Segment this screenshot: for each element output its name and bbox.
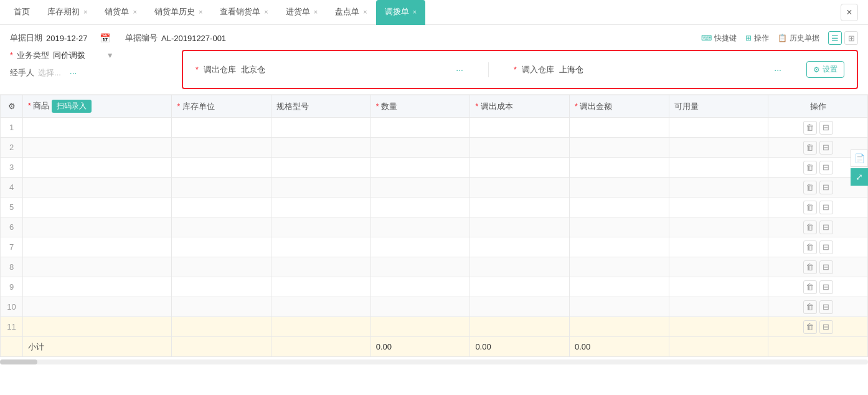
tab-close-sales-order[interactable]: ×	[133, 8, 136, 16]
row-product-3[interactable]	[23, 158, 172, 178]
tab-view-sales[interactable]: 查看销货单 ×	[211, 0, 276, 25]
side-expand-button[interactable]: ⤢	[851, 168, 868, 186]
row-amount-8[interactable]	[570, 257, 669, 277]
row-delete-btn-7[interactable]: 🗑	[803, 240, 817, 254]
row-cost-9[interactable]	[470, 277, 570, 297]
row-qty-1[interactable]	[370, 118, 470, 138]
row-cost-5[interactable]	[470, 198, 570, 217]
row-product-2[interactable]	[23, 138, 172, 158]
row-amount-7[interactable]	[570, 237, 669, 257]
warehouse-out-ellipsis[interactable]: ···	[456, 65, 463, 75]
row-unit-2[interactable]	[172, 138, 271, 158]
row-amount-5[interactable]	[570, 198, 669, 217]
row-amount-9[interactable]	[570, 277, 669, 297]
row-unit-10[interactable]	[172, 297, 271, 317]
row-product-7[interactable]	[23, 237, 172, 257]
tab-close-view-sales[interactable]: ×	[264, 8, 268, 16]
row-unit-8[interactable]	[172, 257, 271, 277]
tab-close-purchase-order[interactable]: ×	[314, 8, 318, 16]
calendar-icon[interactable]: 📅	[100, 33, 110, 43]
tab-purchase-order[interactable]: 进货单 ×	[277, 0, 326, 25]
row-delete-btn-5[interactable]: 🗑	[803, 201, 817, 214]
history-button[interactable]: 📋 历史单据	[778, 33, 819, 44]
row-spec-6[interactable]	[271, 217, 371, 237]
tab-sales-order[interactable]: 销货单 ×	[96, 0, 145, 25]
row-amount-1[interactable]	[570, 118, 669, 138]
handler-select[interactable]: 选择...	[38, 67, 61, 79]
row-amount-3[interactable]	[570, 158, 669, 178]
row-delete-btn-4[interactable]: 🗑	[803, 181, 817, 194]
row-qty-3[interactable]	[370, 158, 470, 178]
scan-button[interactable]: 扫码录入	[52, 100, 92, 113]
tab-close-sales-history[interactable]: ×	[199, 8, 202, 16]
row-copy-btn-3[interactable]: ⊟	[819, 161, 833, 174]
tab-close-transfer-order[interactable]: ×	[413, 8, 417, 16]
row-cost-6[interactable]	[470, 217, 570, 237]
row-unit-3[interactable]	[172, 158, 271, 178]
row-delete-btn-9[interactable]: 🗑	[803, 280, 817, 294]
tab-sales-history[interactable]: 销货单历史 ×	[146, 0, 211, 25]
row-spec-9[interactable]	[271, 277, 371, 297]
row-spec-7[interactable]	[271, 237, 371, 257]
side-doc-button[interactable]: 📄	[851, 150, 868, 167]
row-unit-7[interactable]	[172, 237, 271, 257]
row-delete-btn-6[interactable]: 🗑	[803, 221, 817, 234]
row-amount-10[interactable]	[570, 297, 669, 317]
row-cost-10[interactable]	[470, 297, 570, 317]
row-unit-4[interactable]	[172, 178, 271, 198]
row-copy-11[interactable]: ⊟	[819, 320, 833, 334]
row-delete-btn-3[interactable]: 🗑	[803, 161, 817, 174]
row-copy-btn-4[interactable]: ⊟	[819, 181, 833, 194]
tab-close-inventory-check[interactable]: ×	[363, 8, 367, 16]
row-delete-btn-10[interactable]: 🗑	[803, 300, 817, 314]
business-type-select[interactable]: 同价调拨	[53, 50, 103, 61]
row-copy-btn-10[interactable]: ⊟	[819, 300, 833, 314]
settings-button[interactable]: ⚙ 设置	[806, 61, 844, 78]
row-qty-5[interactable]	[370, 198, 470, 217]
row-unit-6[interactable]	[172, 217, 271, 237]
tab-close-inventory-init[interactable]: ×	[83, 8, 87, 16]
row-spec-4[interactable]	[271, 178, 371, 198]
row-cost-3[interactable]	[470, 158, 570, 178]
layout-grid-icon[interactable]: ⊞	[844, 31, 858, 45]
row-qty-6[interactable]	[370, 217, 470, 237]
row-unit-5[interactable]	[172, 198, 271, 217]
warehouse-in-ellipsis[interactable]: ···	[774, 65, 781, 75]
row-qty-2[interactable]	[370, 138, 470, 158]
row-qty-4[interactable]	[370, 178, 470, 198]
row-copy-btn-2[interactable]: ⊟	[819, 141, 833, 155]
tab-inventory-init[interactable]: 库存期初 ×	[39, 0, 96, 25]
row-qty-9[interactable]	[370, 277, 470, 297]
row-spec-1[interactable]	[271, 118, 371, 138]
row-cost-8[interactable]	[470, 257, 570, 277]
row-qty-10[interactable]	[370, 297, 470, 317]
table-gear-header[interactable]: ⚙	[1, 95, 23, 118]
row-product-9[interactable]	[23, 277, 172, 297]
row-product-10[interactable]	[23, 297, 172, 317]
row-delete-btn-2[interactable]: 🗑	[803, 141, 817, 155]
horizontal-scrollbar[interactable]	[0, 359, 868, 364]
row-copy-btn-7[interactable]: ⊟	[819, 240, 833, 254]
row-delete-btn-8[interactable]: 🗑	[803, 260, 817, 274]
row-copy-btn-5[interactable]: ⊟	[819, 201, 833, 214]
row-qty-7[interactable]	[370, 237, 470, 257]
layout-list-icon[interactable]: ☰	[828, 31, 842, 45]
row-amount-4[interactable]	[570, 178, 669, 198]
row-cost-7[interactable]	[470, 237, 570, 257]
row-spec-5[interactable]	[271, 198, 371, 217]
row-product-5[interactable]	[23, 198, 172, 217]
row-product-1[interactable]	[23, 118, 172, 138]
row-copy-btn-1[interactable]: ⊟	[819, 121, 833, 135]
row-cost-1[interactable]	[470, 118, 570, 138]
row-spec-2[interactable]	[271, 138, 371, 158]
row-amount-6[interactable]	[570, 217, 669, 237]
row-cost-2[interactable]	[470, 138, 570, 158]
row-copy-btn-8[interactable]: ⊟	[819, 260, 833, 274]
row-amount-2[interactable]	[570, 138, 669, 158]
row-copy-btn-6[interactable]: ⊟	[819, 221, 833, 234]
tab-home[interactable]: 首页	[5, 0, 39, 25]
row-product-6[interactable]	[23, 217, 172, 237]
row-spec-3[interactable]	[271, 158, 371, 178]
row-spec-10[interactable]	[271, 297, 371, 317]
row-delete-btn-1[interactable]: 🗑	[803, 121, 817, 135]
